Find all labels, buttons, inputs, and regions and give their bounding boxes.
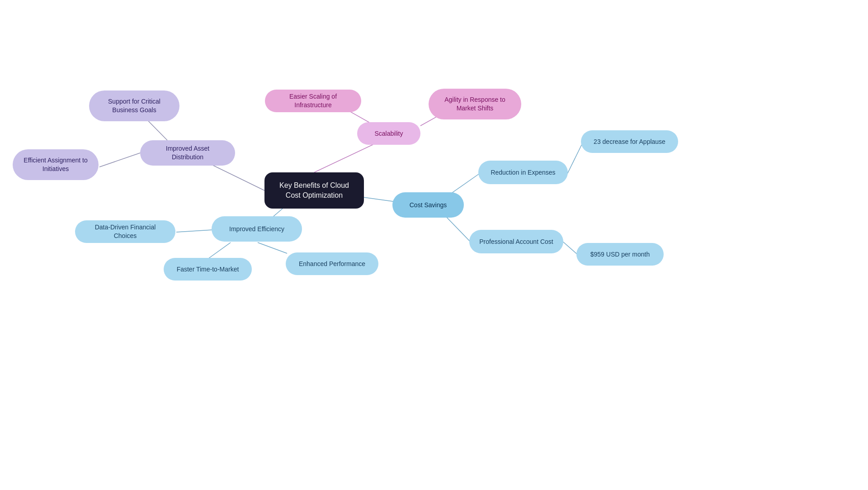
professional-account-node: Professional Account Cost [469, 230, 563, 253]
scalability-node: Scalability [357, 122, 420, 145]
usd-per-month-node: $959 USD per month [576, 243, 664, 266]
svg-line-9 [443, 214, 470, 242]
support-critical-node: Support for Critical Business Goals [89, 90, 179, 121]
easier-scaling-node: Easier Scaling of Infrastructure [265, 90, 361, 112]
efficient-assignment-node: Efficient Assignment to Initiatives [13, 149, 99, 180]
improved-asset-node: Improved Asset Distribution [140, 140, 235, 166]
svg-line-10 [567, 142, 583, 174]
agility-node: Agility in Response to Market Shifts [429, 89, 521, 119]
data-driven-node: Data-Driven Financial Choices [75, 220, 175, 243]
svg-line-12 [176, 230, 212, 232]
svg-line-14 [208, 243, 231, 259]
faster-time-node: Faster Time-to-Market [164, 258, 252, 281]
reduction-expenses-node: Reduction in Expenses [478, 161, 568, 184]
cost-savings-node: Cost Savings [392, 192, 464, 218]
svg-line-5 [99, 153, 140, 167]
center-node: Key Benefits of Cloud Cost Optimization [264, 172, 364, 209]
svg-line-11 [563, 242, 578, 255]
decrease-applause-node: 23 decrease for Applause [581, 130, 678, 153]
enhanced-performance-node: Enhanced Performance [286, 252, 378, 275]
svg-line-13 [258, 243, 287, 253]
improved-efficiency-node: Improved Efficiency [212, 216, 302, 242]
